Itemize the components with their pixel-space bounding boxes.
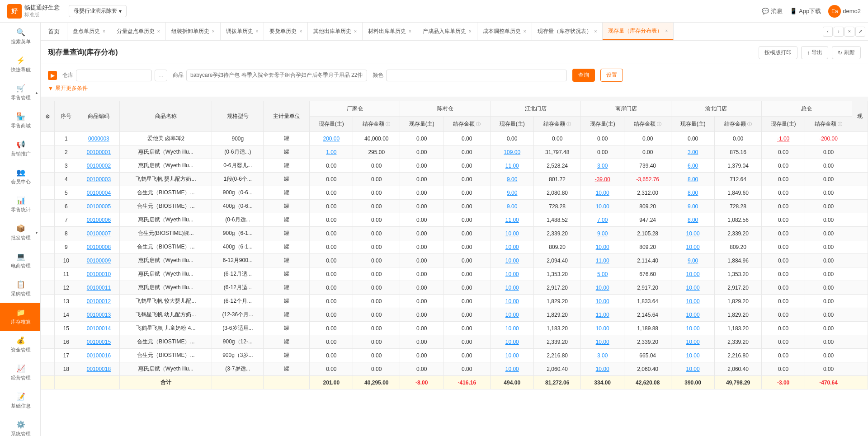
table-cell[interactable]: 0.00 bbox=[400, 159, 443, 173]
table-cell[interactable]: 11.00 bbox=[581, 254, 624, 267]
table-cell[interactable]: 10.00 bbox=[671, 267, 715, 281]
table-cell[interactable]: 0.00 bbox=[310, 213, 353, 227]
table-cell[interactable]: 10.00 bbox=[491, 267, 534, 281]
table-cell[interactable]: 11.00 bbox=[581, 308, 624, 322]
table-cell[interactable]: 0.00 bbox=[400, 254, 443, 267]
sidebar-item-operations[interactable]: 📈 经营管理 bbox=[0, 359, 40, 387]
table-cell[interactable]: 11.00 bbox=[491, 213, 534, 227]
table-cell[interactable]: 10.00 bbox=[491, 349, 534, 362]
sidebar-item-retail-stats[interactable]: 📊 零售统计 bbox=[0, 191, 40, 219]
table-cell[interactable]: 0.00 bbox=[761, 213, 805, 227]
table-cell[interactable]: 0.00 bbox=[761, 173, 805, 186]
sidebar-item-search[interactable]: 🔍 搜索英单 bbox=[0, 23, 40, 51]
table-cell[interactable]: 0.00 bbox=[761, 349, 805, 362]
close-icon[interactable]: × bbox=[409, 29, 411, 34]
table-cell[interactable]: 8.00 bbox=[671, 186, 715, 200]
table-cell[interactable]: 6.00 bbox=[671, 159, 715, 173]
tab-assembly[interactable]: 组装拆卸单历史 × bbox=[166, 23, 221, 40]
table-cell[interactable]: 0.00 bbox=[761, 186, 805, 200]
user-area[interactable]: Ea demo2 bbox=[828, 5, 861, 18]
tab-transfer[interactable]: 调拨单历史 × bbox=[221, 23, 264, 40]
toggle-more-btn[interactable]: ▼ 展开更多条件 bbox=[48, 84, 861, 92]
table-cell[interactable]: 0.00 bbox=[310, 349, 353, 362]
table-cell[interactable]: 0.00 bbox=[310, 362, 353, 376]
sidebar-item-retail[interactable]: 🛒 零售管理 ▲ bbox=[0, 79, 40, 107]
tab-cost-adjust[interactable]: 成本调整单历史 × bbox=[477, 23, 532, 40]
table-cell[interactable]: 0.00 bbox=[761, 227, 805, 240]
table-cell[interactable]: 0.00 bbox=[761, 145, 805, 159]
filter-toggle-btn[interactable]: ▶ bbox=[48, 71, 57, 80]
message-btn[interactable]: 💬 消息 bbox=[762, 7, 783, 15]
warehouse-input[interactable] bbox=[76, 70, 152, 81]
table-cell[interactable]: 10.00 bbox=[491, 295, 534, 308]
table-cell[interactable]: 0.00 bbox=[310, 295, 353, 308]
table-cell[interactable]: 0.00 bbox=[310, 200, 353, 213]
table-cell[interactable]: 10.00 bbox=[581, 362, 624, 376]
table-cell[interactable]: 10.00 bbox=[491, 362, 534, 376]
sidebar-item-ecommerce[interactable]: 💻 电商管理 bbox=[0, 247, 40, 275]
table-cell[interactable]: 3.00 bbox=[671, 145, 715, 159]
table-cell[interactable]: 0.00 bbox=[761, 335, 805, 349]
table-cell[interactable]: 0.00 bbox=[400, 322, 443, 335]
table-cell[interactable]: 9.00 bbox=[671, 200, 715, 213]
tab-requisition[interactable]: 要货单历史 × bbox=[264, 23, 308, 40]
table-cell[interactable]: 10.00 bbox=[491, 254, 534, 267]
tab-stock-status[interactable]: 现存量（库存状况表） × bbox=[532, 23, 603, 40]
table-cell[interactable]: 0.00 bbox=[310, 227, 353, 240]
sidebar-item-finance[interactable]: 💰 资金管理 bbox=[0, 331, 40, 359]
table-cell[interactable]: 10.00 bbox=[491, 322, 534, 335]
tab-other-out[interactable]: 其他出库单历史 × bbox=[308, 23, 363, 40]
table-cell[interactable]: 0.00 bbox=[310, 254, 353, 267]
table-cell[interactable]: 0.00 bbox=[761, 254, 805, 267]
table-cell[interactable]: 10.00 bbox=[671, 335, 715, 349]
table-cell[interactable]: 10.00 bbox=[671, 295, 715, 308]
table-cell[interactable]: 10.00 bbox=[581, 295, 624, 308]
table-cell[interactable]: 0.00 bbox=[400, 132, 443, 145]
product-input[interactable] bbox=[186, 70, 367, 81]
table-cell[interactable]: 0.00 bbox=[581, 132, 624, 145]
tab-close-all-btn[interactable]: × bbox=[844, 27, 854, 37]
query-btn[interactable]: 查询 bbox=[572, 69, 595, 82]
close-icon[interactable]: × bbox=[157, 29, 160, 34]
close-icon[interactable]: × bbox=[594, 29, 597, 34]
table-cell[interactable]: 10.00 bbox=[491, 335, 534, 349]
table-cell[interactable]: 7.00 bbox=[581, 213, 624, 227]
close-icon[interactable]: × bbox=[354, 29, 357, 34]
table-cell[interactable]: 0.00 bbox=[400, 200, 443, 213]
tab-product-in[interactable]: 产成品入库单历史 × bbox=[417, 23, 477, 40]
table-cell[interactable]: 0.00 bbox=[310, 281, 353, 295]
table-cell[interactable]: 0.00 bbox=[400, 267, 443, 281]
table-cell[interactable]: 0.00 bbox=[491, 132, 534, 145]
table-cell[interactable]: 10.00 bbox=[671, 240, 715, 254]
table-cell[interactable]: 3.00 bbox=[581, 349, 624, 362]
table-cell[interactable]: 10.00 bbox=[491, 281, 534, 295]
close-icon[interactable]: × bbox=[524, 29, 526, 34]
table-cell[interactable]: 0.00 bbox=[400, 213, 443, 227]
table-cell[interactable]: 0.00 bbox=[671, 132, 715, 145]
table-cell[interactable]: 0.00 bbox=[400, 335, 443, 349]
table-cell[interactable]: 10.00 bbox=[491, 308, 534, 322]
sidebar-item-member[interactable]: 👥 会员中心 bbox=[0, 163, 40, 191]
table-cell[interactable]: 0.00 bbox=[310, 267, 353, 281]
table-cell[interactable]: 200.00 bbox=[310, 132, 353, 145]
settings-btn[interactable]: 设置 bbox=[600, 69, 623, 82]
close-icon[interactable]: × bbox=[256, 29, 259, 34]
table-cell[interactable]: 0.00 bbox=[761, 308, 805, 322]
table-cell[interactable]: 0.00 bbox=[761, 159, 805, 173]
tab-inventory-check[interactable]: 盘点单历史 × bbox=[67, 23, 111, 40]
table-cell[interactable]: 0.00 bbox=[310, 322, 353, 335]
table-cell[interactable]: 10.00 bbox=[581, 186, 624, 200]
table-cell[interactable]: 0.00 bbox=[761, 322, 805, 335]
table-cell[interactable]: -39.00 bbox=[581, 173, 624, 186]
tab-prev-btn[interactable]: ‹ bbox=[823, 27, 833, 37]
close-icon[interactable]: × bbox=[665, 28, 668, 33]
table-cell[interactable]: 10.00 bbox=[671, 281, 715, 295]
sidebar-item-basic[interactable]: 📝 基础信息 bbox=[0, 387, 40, 415]
table-cell[interactable]: 10.00 bbox=[671, 322, 715, 335]
table-cell[interactable]: 10.00 bbox=[581, 281, 624, 295]
table-cell[interactable]: 0.00 bbox=[400, 308, 443, 322]
sidebar-item-quicknav[interactable]: ⚡ 快捷导航 bbox=[0, 51, 40, 79]
table-cell[interactable]: 109.00 bbox=[491, 145, 534, 159]
sidebar-item-purchase[interactable]: 📋 采购管理 bbox=[0, 275, 40, 303]
table-cell[interactable]: 0.00 bbox=[310, 308, 353, 322]
